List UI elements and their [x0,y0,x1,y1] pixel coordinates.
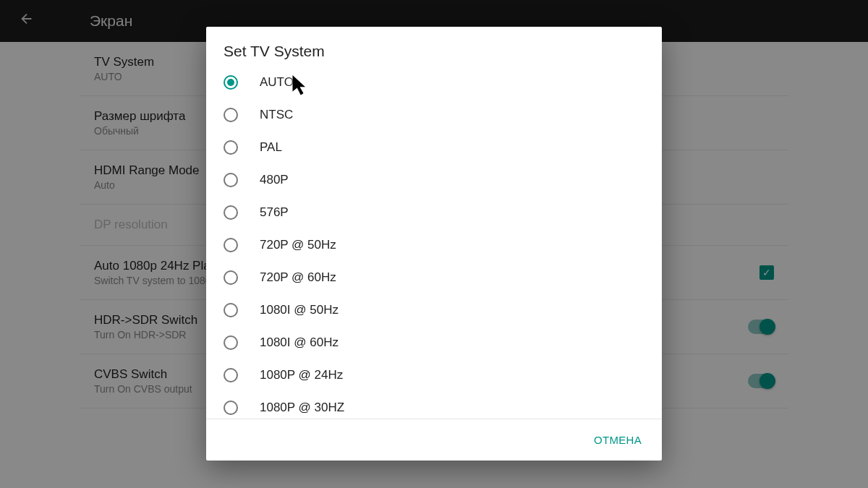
option-720p-60[interactable]: 720P @ 60Hz [206,261,662,294]
radio-icon [224,140,238,155]
radio-icon [224,108,238,122]
option-576p[interactable]: 576P [206,196,662,228]
radio-icon [224,368,238,382]
dialog-scrim[interactable]: Set TV System AUTO NTSC PAL 480P 576P 72… [0,0,868,488]
option-label: 720P @ 50Hz [260,238,336,252]
option-1080i-60[interactable]: 1080I @ 60Hz [206,326,662,359]
option-1080p-24[interactable]: 1080P @ 24Hz [206,359,662,391]
radio-icon [224,238,238,252]
option-720p-50[interactable]: 720P @ 50Hz [206,228,662,261]
cancel-button[interactable]: ОТМЕНА [585,428,650,452]
option-label: AUTO [260,75,294,90]
radio-icon [224,75,238,90]
dialog-actions: ОТМЕНА [206,419,662,461]
option-label: PAL [260,140,282,155]
option-auto[interactable]: AUTO [206,66,662,98]
option-480p[interactable]: 480P [206,163,662,196]
option-label: 1080I @ 60Hz [260,335,339,350]
option-label: 720P @ 60Hz [260,270,336,285]
option-1080i-50[interactable]: 1080I @ 50Hz [206,294,662,326]
radio-icon [224,335,238,350]
dialog-title: Set TV System [206,27,662,66]
radio-icon [224,270,238,285]
options-list: AUTO NTSC PAL 480P 576P 720P @ 50Hz 720P… [206,66,662,419]
option-label: 1080P @ 30HZ [260,401,344,415]
radio-icon [224,205,238,220]
option-ntsc[interactable]: NTSC [206,98,662,131]
option-label: 576P [260,205,289,220]
radio-icon [224,173,238,187]
option-label: 480P [260,173,289,187]
option-label: NTSC [260,108,293,122]
option-1080p-30[interactable]: 1080P @ 30HZ [206,391,662,419]
tv-system-dialog: Set TV System AUTO NTSC PAL 480P 576P 72… [206,27,662,461]
option-label: 1080P @ 24Hz [260,368,343,382]
option-label: 1080I @ 50Hz [260,303,339,317]
radio-icon [224,401,238,415]
option-pal[interactable]: PAL [206,131,662,163]
radio-icon [224,303,238,317]
